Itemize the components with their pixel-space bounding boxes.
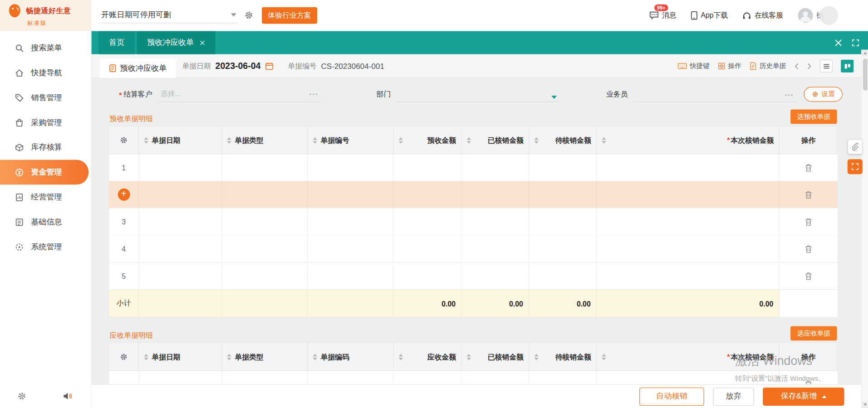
sort-icon[interactable] [534, 354, 539, 360]
col-pending-amount[interactable]: 待核销金额 [529, 343, 597, 370]
doc-date-value[interactable]: 2023-06-04 [216, 61, 261, 71]
scroll-down-button[interactable] [862, 401, 868, 408]
sort-icon[interactable] [398, 137, 403, 144]
department-caret-icon[interactable] [551, 96, 557, 99]
app-download-button[interactable]: App下载 [691, 10, 728, 20]
next-doc-chevron-icon[interactable] [807, 63, 812, 69]
table-cell[interactable] [139, 154, 222, 181]
sort-icon[interactable] [227, 137, 231, 144]
table-cell[interactable] [308, 209, 393, 235]
col-doc-type[interactable]: 单据类型 [222, 343, 308, 370]
delete-row-button[interactable] [805, 218, 812, 226]
customer-picker-icon[interactable]: ··· [309, 90, 319, 98]
table-cell[interactable] [529, 236, 597, 262]
sort-icon[interactable] [144, 137, 148, 144]
table-cell[interactable] [393, 236, 461, 262]
save-and-new-button[interactable]: 保存&新增 [763, 387, 844, 405]
scrollbar-thumb[interactable] [863, 58, 868, 91]
delete-row-button[interactable] [805, 380, 812, 384]
salesman-input[interactable]: ··· [633, 91, 797, 102]
document-tab[interactable]: 预收冲应收单 [100, 58, 176, 78]
delete-row-button[interactable] [805, 163, 812, 171]
list-view-toggle[interactable] [820, 60, 833, 73]
close-all-tabs-icon[interactable] [835, 39, 842, 46]
table-cell[interactable] [222, 371, 308, 384]
sidebar-item-sales[interactable]: 销售管理 [0, 85, 91, 110]
col-doc-code[interactable]: 单据编码 [308, 343, 393, 370]
sort-icon[interactable] [398, 354, 403, 360]
table-cell[interactable] [222, 181, 308, 208]
sidebar-item-inventory[interactable]: 库存核算 [0, 135, 91, 160]
delete-row-button[interactable] [805, 245, 812, 253]
operations-button[interactable]: 操作 [718, 61, 741, 71]
sidebar-settings-gear-icon[interactable] [17, 391, 27, 401]
col-current-settle-amount[interactable]: *本次核销金额 [597, 343, 780, 370]
sidebar-item-funds[interactable]: 资金管理 [0, 160, 88, 185]
prev-doc-chevron-icon[interactable] [794, 63, 799, 69]
sidebar-item-quick-nav[interactable]: 快捷导航 [0, 60, 91, 85]
table-cell[interactable] [597, 236, 780, 262]
table-cell[interactable] [139, 371, 222, 384]
table-cell[interactable] [308, 236, 393, 262]
sidebar-item-purchase[interactable]: 采购管理 [0, 110, 91, 135]
fullscreen-icon[interactable] [852, 39, 859, 46]
table-cell[interactable] [139, 236, 222, 262]
col-settled-amount[interactable]: 已核销金额 [462, 343, 530, 370]
table-cell[interactable] [308, 371, 393, 384]
shortcut-keys-button[interactable]: 快捷键 [677, 61, 710, 71]
table-cell[interactable] [529, 371, 597, 384]
sort-icon[interactable] [313, 137, 317, 144]
sort-icon[interactable] [602, 137, 606, 144]
tab-prepaid-offset-receivable[interactable]: 预收冲应收单 [137, 31, 215, 54]
column-settings-gear-icon[interactable] [120, 353, 128, 361]
delete-row-button[interactable] [805, 272, 812, 280]
table-cell[interactable] [462, 262, 530, 289]
table-cell[interactable] [308, 262, 393, 289]
attachment-button[interactable] [848, 139, 863, 154]
discard-button[interactable]: 放弃 [713, 387, 754, 405]
tab-close-icon[interactable] [200, 40, 205, 45]
col-pending-amount[interactable]: 待核销金额 [529, 126, 597, 154]
sort-icon[interactable] [227, 354, 231, 360]
table-cell[interactable] [529, 181, 597, 208]
department-select[interactable] [397, 96, 560, 102]
customer-input[interactable]: 选择... ··· [158, 89, 321, 102]
table-cell[interactable] [462, 371, 530, 384]
table-cell[interactable] [222, 262, 308, 289]
table-cell[interactable] [393, 262, 461, 289]
table-cell[interactable] [597, 209, 780, 235]
col-receivable-amount[interactable]: 应收金额 [393, 343, 461, 370]
table-cell[interactable] [462, 236, 530, 262]
announcement-volume-icon[interactable] [63, 391, 73, 400]
table-cell[interactable] [393, 181, 461, 208]
table-cell[interactable] [222, 209, 308, 235]
salesman-picker-icon[interactable]: ··· [785, 91, 794, 99]
sidebar-item-search-menu[interactable]: 搜索菜单 [0, 35, 91, 60]
col-settled-amount[interactable]: 已核销金额 [462, 126, 530, 154]
table-cell[interactable] [529, 209, 597, 235]
sidebar-item-business[interactable]: 经营管理 [0, 185, 91, 209]
sort-icon[interactable] [313, 354, 317, 360]
tab-home[interactable]: 首页 [98, 31, 135, 54]
table-cell[interactable] [597, 262, 780, 289]
sort-icon[interactable] [602, 354, 606, 360]
brand-logo-block[interactable]: 畅捷通好生意 标准版 [0, 0, 91, 31]
table-cell[interactable] [597, 154, 780, 181]
table-cell[interactable] [139, 181, 222, 208]
history-docs-button[interactable]: 历史单据 [750, 61, 786, 71]
col-prepaid-amount[interactable]: 预收金额 [393, 126, 461, 154]
table-cell[interactable] [529, 154, 597, 181]
sidebar-item-system[interactable]: 系统管理 [0, 234, 91, 259]
auto-settle-button[interactable]: 自动核销 [639, 387, 704, 405]
col-current-settle-amount[interactable]: *本次核销金额 [597, 126, 780, 154]
table-cell[interactable] [139, 262, 222, 289]
table-cell[interactable] [222, 154, 308, 181]
account-set-dropdown[interactable]: 开账日期可停用可删 [99, 7, 238, 24]
col-doc-no[interactable]: 单据编号 [308, 126, 393, 154]
sidebar-item-basic-info[interactable]: 基础信息 [0, 209, 91, 234]
add-row-button[interactable]: + [118, 189, 130, 201]
user-menu[interactable]: 徐 [798, 6, 838, 24]
table-cell[interactable] [462, 181, 530, 208]
messages-button[interactable]: 99+ 消息 [649, 10, 677, 20]
account-settings-gear-icon[interactable] [244, 10, 254, 20]
